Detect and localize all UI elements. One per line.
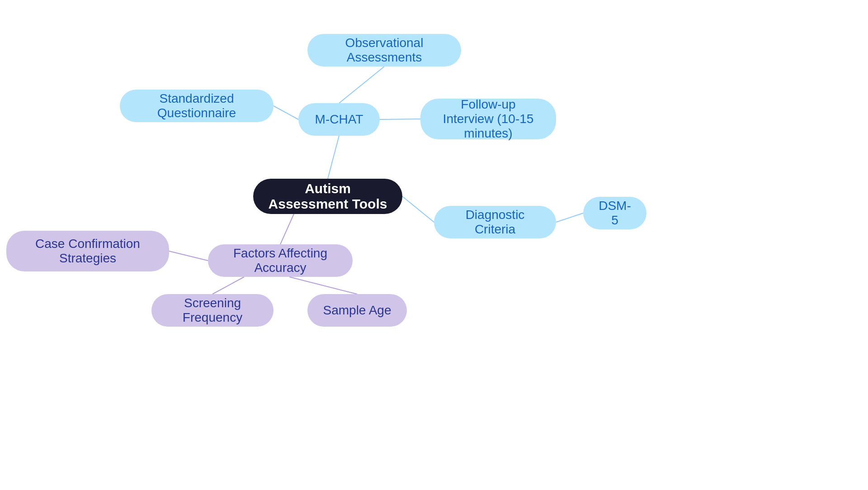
svg-line-6 — [280, 214, 294, 244]
case-label: Case Confirmation Strategies — [21, 237, 155, 266]
standardized-label: Standardized Questionnaire — [134, 91, 259, 120]
screening-label: Screening Frequency — [166, 296, 259, 325]
followup-label: Follow-up Interview (10-15 minutes) — [435, 97, 542, 141]
standardized-node: Standardized Questionnaire — [120, 90, 274, 122]
svg-line-3 — [380, 119, 420, 119]
case-node: Case Confirmation Strategies — [6, 231, 169, 271]
factors-label: Factors Affecting Accuracy — [222, 246, 338, 275]
dsm5-node: DSM-5 — [583, 197, 646, 229]
dsm5-label: DSM-5 — [598, 199, 632, 228]
mchat-node: M-CHAT — [298, 103, 380, 136]
center-label: Autism Assessment Tools — [268, 181, 388, 212]
svg-line-4 — [402, 196, 434, 222]
observational-label: Observational Assessments — [322, 36, 447, 65]
factors-node: Factors Affecting Accuracy — [208, 244, 353, 277]
svg-line-9 — [289, 277, 357, 294]
svg-line-8 — [212, 277, 244, 294]
mind-map-canvas: Autism Assessment Tools M-CHAT Observati… — [0, 0, 868, 490]
svg-line-7 — [169, 251, 208, 261]
svg-line-5 — [556, 213, 583, 222]
svg-line-2 — [274, 106, 298, 119]
svg-line-0 — [328, 136, 339, 179]
observational-node: Observational Assessments — [307, 34, 461, 67]
sample-label: Sample Age — [323, 303, 392, 318]
followup-node: Follow-up Interview (10-15 minutes) — [420, 99, 556, 139]
screening-node: Screening Frequency — [151, 294, 274, 327]
svg-line-1 — [339, 67, 384, 103]
mchat-label: M-CHAT — [315, 112, 363, 127]
sample-node: Sample Age — [307, 294, 407, 327]
center-node: Autism Assessment Tools — [253, 179, 402, 214]
diagnostic-node: Diagnostic Criteria — [434, 206, 556, 238]
diagnostic-label: Diagnostic Criteria — [448, 208, 542, 237]
